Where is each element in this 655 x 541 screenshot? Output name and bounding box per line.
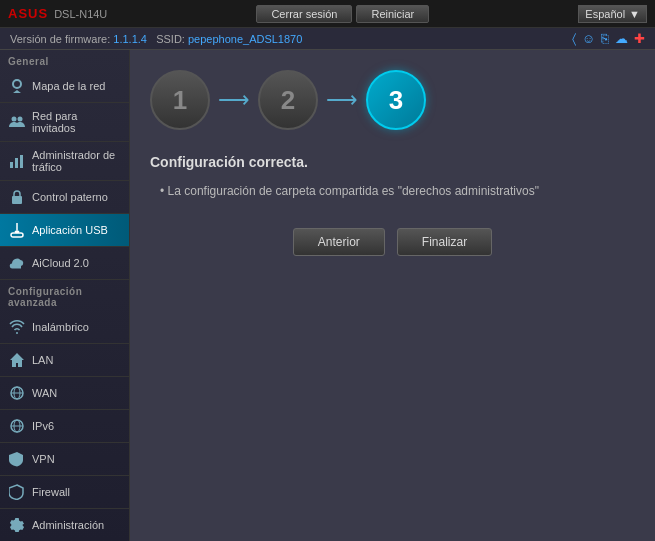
svg-rect-5 [12, 196, 22, 204]
firmware-label: Versión de firmware: [10, 33, 110, 45]
svg-rect-4 [20, 155, 23, 168]
sidebar-item-administracion[interactable]: Administración [0, 509, 129, 541]
cloud-status-icon: ☁ [615, 31, 628, 46]
sidebar-label-red-invitados: Red para invitados [32, 110, 121, 134]
usb-status-icon: ✚ [634, 31, 645, 46]
previous-button[interactable]: Anterior [293, 228, 385, 256]
svg-point-0 [12, 117, 17, 122]
sidebar-item-lan[interactable]: LAN [0, 344, 129, 377]
step-2: 2 [258, 70, 318, 130]
ssid-label [150, 33, 153, 45]
sidebar-item-ipv6[interactable]: IPv6 [0, 410, 129, 443]
logo-model: DSL-N14U [54, 8, 107, 20]
user-status-icon: ☺ [582, 31, 595, 46]
finish-button[interactable]: Finalizar [397, 228, 492, 256]
sidebar-item-inalambrico[interactable]: Inalámbrico [0, 311, 129, 344]
sidebar-label-mapa-red: Mapa de la red [32, 80, 105, 92]
step-1: 1 [150, 70, 210, 130]
wifi-status-icon: 〈 [572, 31, 576, 47]
sidebar-label-control-paterno: Control paterno [32, 191, 108, 203]
sidebar-item-vpn[interactable]: VPN [0, 443, 129, 476]
firewall-icon [8, 483, 26, 501]
header: ASUS DSL-N14U Cerrar sesión Reiniciar Es… [0, 0, 655, 28]
sidebar-label-administracion: Administración [32, 519, 104, 531]
wifi-icon [8, 318, 26, 336]
logo: ASUS DSL-N14U [8, 6, 107, 21]
header-buttons: Cerrar sesión Reiniciar [256, 5, 429, 23]
sidebar-label-lan: LAN [32, 354, 53, 366]
sidebar-item-wan[interactable]: WAN [0, 377, 129, 410]
content-area: 1 ⟶ 2 ⟶ 3 Configuración correcta. La con… [130, 50, 655, 541]
sidebar-group-general: General [0, 50, 129, 70]
step-2-number: 2 [281, 85, 295, 116]
sidebar-item-control-paterno[interactable]: Control paterno [0, 181, 129, 214]
sidebar-label-ipv6: IPv6 [32, 420, 54, 432]
gear-icon [8, 516, 26, 534]
sidebar-item-admin-trafico[interactable]: Administrador de tráfico [0, 142, 129, 181]
language-selector[interactable]: Español ▼ [578, 5, 647, 23]
firmware-version[interactable]: 1.1.1.4 [113, 33, 147, 45]
sidebar-group-advanced: Configuración avanzada [0, 280, 129, 311]
vpn-icon [8, 450, 26, 468]
logout-button[interactable]: Cerrar sesión [256, 5, 352, 23]
logo-asus: ASUS [8, 6, 48, 21]
ssid-label-text: SSID: [156, 33, 185, 45]
sidebar: General Mapa de la red Red para invitado… [0, 50, 130, 541]
sidebar-item-mapa-red[interactable]: Mapa de la red [0, 70, 129, 103]
step-arrow-1: ⟶ [218, 87, 250, 113]
step-arrow-2: ⟶ [326, 87, 358, 113]
button-row: Anterior Finalizar [150, 228, 635, 256]
language-label: Español [585, 8, 625, 20]
sidebar-label-wan: WAN [32, 387, 57, 399]
sidebar-label-aicloud: AiCloud 2.0 [32, 257, 89, 269]
sidebar-label-inalambrico: Inalámbrico [32, 321, 89, 333]
chevron-down-icon: ▼ [629, 8, 640, 20]
sidebar-label-vpn: VPN [32, 453, 55, 465]
main-layout: General Mapa de la red Red para invitado… [0, 50, 655, 541]
home-icon [8, 351, 26, 369]
svg-point-6 [16, 332, 18, 334]
sidebar-item-firewall[interactable]: Firewall [0, 476, 129, 509]
steps-row: 1 ⟶ 2 ⟶ 3 [150, 70, 635, 130]
step-3-number: 3 [389, 85, 403, 116]
users-icon [8, 113, 26, 131]
sidebar-item-aplicacion-usb[interactable]: Aplicación USB [0, 214, 129, 247]
sidebar-item-aicloud[interactable]: AiCloud 2.0 [0, 247, 129, 280]
sidebar-item-red-invitados[interactable]: Red para invitados [0, 103, 129, 142]
sidebar-label-firewall: Firewall [32, 486, 70, 498]
firmware-bar: Versión de firmware: 1.1.1.4 SSID: pepep… [0, 28, 655, 50]
sidebar-label-aplicacion-usb: Aplicación USB [32, 224, 108, 236]
ssid-value: pepephone_ADSL1870 [188, 33, 302, 45]
sidebar-label-admin-trafico: Administrador de tráfico [32, 149, 121, 173]
status-icons: 〈 ☺ ⎘ ☁ ✚ [572, 31, 645, 47]
cloud-icon [8, 254, 26, 272]
restart-button[interactable]: Reiniciar [356, 5, 429, 23]
svg-point-1 [18, 117, 23, 122]
firmware-info: Versión de firmware: 1.1.1.4 SSID: pepep… [10, 33, 302, 45]
config-title: Configuración correcta. [150, 154, 635, 170]
ipv6-icon [8, 417, 26, 435]
globe-icon [8, 384, 26, 402]
svg-rect-3 [15, 158, 18, 168]
config-message: La configuración de carpeta compartida e… [150, 184, 635, 198]
svg-rect-2 [10, 162, 13, 168]
map-icon [8, 77, 26, 95]
printer-status-icon: ⎘ [601, 31, 609, 46]
lock-icon [8, 188, 26, 206]
step-3: 3 [366, 70, 426, 130]
usb-icon [8, 221, 26, 239]
step-1-number: 1 [173, 85, 187, 116]
chart-icon [8, 152, 26, 170]
